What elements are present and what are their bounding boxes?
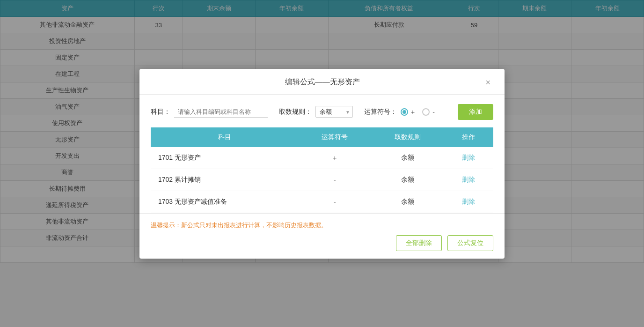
operator-plus-label: + [411, 108, 415, 116]
delete-row-button[interactable]: 删除 [462, 176, 475, 184]
table-row: 1701 无形资产 + 余额 删除 [151, 147, 493, 169]
reset-formula-button[interactable]: 公式复位 [447, 235, 493, 251]
modal-overlay: 编辑公式——无形资产 × 科目： 取数规则： 余额 借方 贷方 借方发生额 贷方… [0, 0, 644, 327]
modal-footer: 温馨提示：新公式只对未出报表进行计算，不影响历史报表数据。 全部删除 公式复位 [139, 213, 505, 259]
cell-subject: 1702 累计摊销 [151, 169, 299, 191]
rule-form-item: 取数规则： 余额 借方 贷方 借方发生额 贷方发生额 ▼ [279, 106, 353, 118]
th-action: 操作 [444, 127, 493, 147]
hint-text: 温馨提示：新公式只对未出报表进行计算，不影响历史报表数据。 [151, 221, 493, 230]
cell-action: 删除 [444, 147, 493, 169]
subject-input[interactable] [174, 106, 268, 118]
operator-form-item: 运算符号： + - [364, 108, 435, 116]
cell-operator: - [299, 169, 371, 191]
delete-all-button[interactable]: 全部删除 [396, 235, 442, 251]
subject-label: 科目： [151, 108, 170, 116]
rule-select[interactable]: 余额 借方 贷方 借方发生额 贷方发生额 [315, 106, 353, 118]
cell-operator: - [299, 191, 371, 213]
cell-subject: 1701 无形资产 [151, 147, 299, 169]
th-operator: 运算符号 [299, 127, 371, 147]
radio-circle-minus [422, 108, 430, 116]
form-row: 科目： 取数规则： 余额 借方 贷方 借方发生额 贷方发生额 ▼ 运算 [139, 95, 505, 127]
delete-row-button[interactable]: 删除 [462, 198, 475, 206]
subject-form-item: 科目： [151, 106, 268, 118]
modal-close-button[interactable]: × [483, 77, 493, 88]
radio-circle-plus [401, 108, 408, 116]
th-subject: 科目 [151, 127, 299, 147]
table-row: 1703 无形资产减值准备 - 余额 删除 [151, 191, 493, 213]
delete-row-button[interactable]: 删除 [462, 154, 475, 162]
add-button[interactable]: 添加 [458, 104, 493, 120]
operator-label: 运算符号： [364, 108, 397, 116]
modal-title: 编辑公式——无形资产 [162, 77, 483, 87]
formula-table: 科目 运算符号 取数规则 操作 1701 无形资产 + 余额 删除 1702 累… [151, 127, 493, 213]
table-header-row: 科目 运算符号 取数规则 操作 [151, 127, 493, 147]
operator-minus-radio[interactable]: - [422, 108, 435, 116]
cell-subject: 1703 无形资产减值准备 [151, 191, 299, 213]
cell-rule: 余额 [371, 191, 444, 213]
cell-action: 删除 [444, 169, 493, 191]
cell-rule: 余额 [371, 169, 444, 191]
rule-label: 取数规则： [279, 108, 312, 116]
cell-operator: + [299, 147, 371, 169]
operator-radio-group: + - [401, 108, 435, 116]
operator-plus-radio[interactable]: + [401, 108, 415, 116]
modal-header: 编辑公式——无形资产 × [139, 69, 505, 95]
cell-rule: 余额 [371, 147, 444, 169]
cell-action: 删除 [444, 191, 493, 213]
formula-table-wrap: 科目 运算符号 取数规则 操作 1701 无形资产 + 余额 删除 1702 累… [139, 127, 505, 213]
operator-minus-label: - [432, 108, 435, 116]
footer-buttons: 全部删除 公式复位 [151, 235, 493, 251]
rule-select-container: 余额 借方 贷方 借方发生额 贷方发生额 ▼ [315, 106, 353, 118]
th-rule: 取数规则 [371, 127, 444, 147]
table-row: 1702 累计摊销 - 余额 删除 [151, 169, 493, 191]
edit-formula-modal: 编辑公式——无形资产 × 科目： 取数规则： 余额 借方 贷方 借方发生额 贷方… [139, 69, 505, 259]
